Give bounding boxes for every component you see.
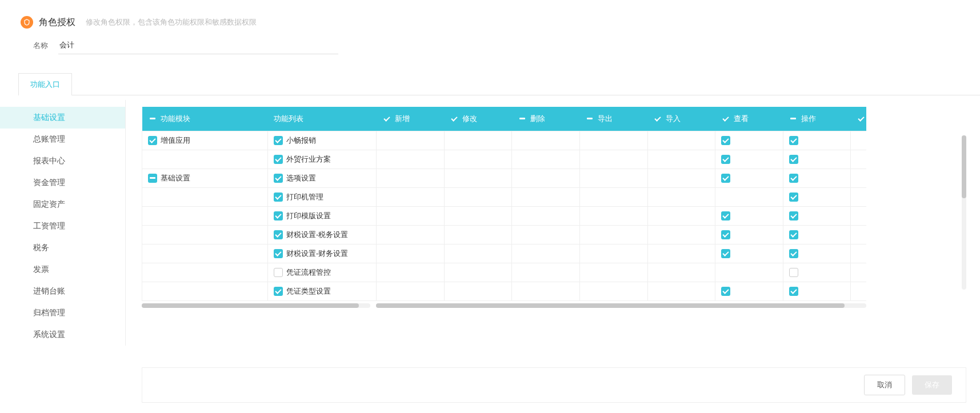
header-checkbox[interactable] <box>450 114 459 123</box>
checkbox[interactable] <box>721 287 730 296</box>
checkbox[interactable] <box>789 136 798 145</box>
checkbox[interactable] <box>789 193 798 202</box>
sidebar-item[interactable]: 系统设置 <box>0 324 125 346</box>
tab-function-entry[interactable]: 功能入口 <box>18 73 72 95</box>
table-row: 打印模版设置 <box>142 207 867 226</box>
header-checkbox[interactable] <box>148 114 157 123</box>
page-subtitle: 修改角色权限，包含该角色功能权限和敏感数据权限 <box>86 17 257 27</box>
header-checkbox[interactable] <box>653 114 662 123</box>
checkbox[interactable] <box>721 155 730 164</box>
column-header: 操作 <box>783 107 851 131</box>
checkbox[interactable] <box>148 174 157 183</box>
h-scrollbar[interactable] <box>142 303 866 308</box>
header-checkbox[interactable] <box>721 114 730 123</box>
column-header: 查看 <box>715 107 783 131</box>
header-checkbox[interactable] <box>518 114 527 123</box>
sidebar-item[interactable]: 税务 <box>0 237 125 259</box>
checkbox[interactable] <box>274 268 283 277</box>
checkbox[interactable] <box>721 249 730 258</box>
header-checkbox[interactable] <box>857 114 866 123</box>
sidebar-item[interactable]: 归档管理 <box>0 302 125 324</box>
checkbox[interactable] <box>721 174 730 183</box>
checkbox[interactable] <box>274 211 283 220</box>
column-header: 导出 <box>579 107 647 131</box>
checkbox[interactable] <box>721 230 730 239</box>
checkbox[interactable] <box>274 287 283 296</box>
page-header: 角色授权 修改角色权限，包含该角色功能权限和敏感数据权限 <box>0 0 980 29</box>
name-input[interactable]: 会计 <box>58 40 338 54</box>
sidebar-item[interactable]: 固定资产 <box>0 194 125 215</box>
sidebar-item[interactable]: 进销台账 <box>0 280 125 302</box>
checkbox[interactable] <box>789 249 798 258</box>
header-checkbox[interactable] <box>789 114 798 123</box>
checkbox[interactable] <box>274 230 283 239</box>
column-header: 删除 <box>512 107 580 131</box>
table-row: 外贸行业方案 <box>142 150 867 169</box>
table-row: 打印机管理 <box>142 188 867 207</box>
sidebar-item[interactable]: 总账管理 <box>0 129 125 150</box>
column-header: 功能列表 <box>268 107 377 131</box>
table-row: 基础设置选项设置 <box>142 169 867 188</box>
checkbox[interactable] <box>789 230 798 239</box>
checkbox[interactable] <box>721 136 730 145</box>
header-checkbox[interactable] <box>585 114 594 123</box>
checkbox[interactable] <box>274 249 283 258</box>
name-label: 名称 <box>33 41 48 54</box>
header-checkbox[interactable] <box>382 114 391 123</box>
sidebar-item[interactable]: 基础设置 <box>0 107 125 129</box>
sidebar-item[interactable]: 报表中心 <box>0 150 125 172</box>
checkbox[interactable] <box>274 193 283 202</box>
checkbox[interactable] <box>789 211 798 220</box>
checkbox[interactable] <box>721 211 730 220</box>
table-row: 增值应用小畅报销 <box>142 131 867 150</box>
checkbox[interactable] <box>274 174 283 183</box>
column-header: 修改 <box>444 107 512 131</box>
checkbox[interactable] <box>274 136 283 145</box>
v-scrollbar[interactable] <box>962 135 966 290</box>
shield-icon <box>21 16 33 29</box>
checkbox[interactable] <box>148 136 157 145</box>
column-header: 导入 <box>647 107 715 131</box>
sidebar-item[interactable]: 发票 <box>0 259 125 280</box>
checkbox[interactable] <box>789 268 798 277</box>
footer-actions: 取消 保存 <box>142 367 966 403</box>
save-button[interactable]: 保存 <box>912 375 952 395</box>
cancel-button[interactable]: 取消 <box>864 375 905 395</box>
column-header: 完结/取 <box>851 107 866 131</box>
checkbox[interactable] <box>789 174 798 183</box>
checkbox[interactable] <box>274 155 283 164</box>
checkbox[interactable] <box>789 155 798 164</box>
page-title: 角色授权 <box>39 17 75 29</box>
name-field: 名称 会计 <box>33 40 980 54</box>
permission-table: 功能模块功能列表新增修改删除导出导入查看操作完结/取 增值应用小畅报销外贸行业方… <box>142 107 866 301</box>
sidebar-item[interactable]: 资金管理 <box>0 172 125 194</box>
table-row: 财税设置-税务设置 <box>142 226 867 244</box>
checkbox[interactable] <box>789 287 798 296</box>
sidebar: 基础设置总账管理报表中心资金管理固定资产工资管理税务发票进销台账归档管理系统设置 <box>0 100 126 346</box>
table-row: 财税设置-财务设置 <box>142 244 867 263</box>
table-row: 凭证类型设置 <box>142 282 867 301</box>
column-header: 功能模块 <box>142 107 268 131</box>
sidebar-item[interactable]: 工资管理 <box>0 215 125 237</box>
tabs: 功能入口 <box>18 73 980 95</box>
column-header: 新增 <box>377 107 445 131</box>
table-row: 凭证流程管控 <box>142 263 867 282</box>
